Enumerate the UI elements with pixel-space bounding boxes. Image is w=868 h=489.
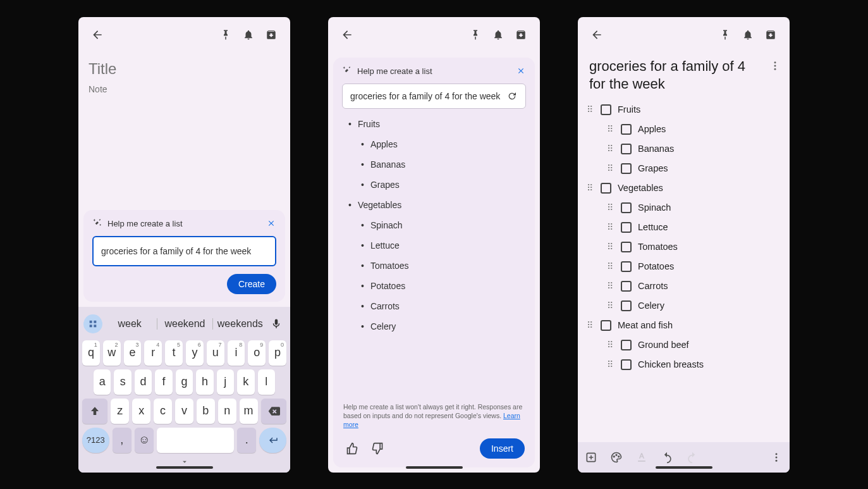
reminder-icon[interactable]: [737, 23, 759, 46]
checklist-label[interactable]: Bananas: [638, 144, 674, 154]
backspace-key[interactable]: [261, 399, 286, 424]
checklist-label[interactable]: Ground beef: [638, 340, 689, 350]
drag-handle-icon[interactable]: ⠿: [606, 359, 614, 369]
checkbox[interactable]: [601, 183, 611, 194]
key[interactable]: z: [111, 399, 129, 424]
suggestion-word[interactable]: weekends: [216, 316, 265, 332]
numbers-key[interactable]: ?123: [82, 428, 109, 453]
undo-icon[interactable]: [660, 450, 674, 464]
key[interactable]: k: [237, 369, 254, 395]
regenerate-icon[interactable]: [506, 90, 518, 102]
key[interactable]: d: [135, 369, 152, 395]
checkbox[interactable]: [621, 300, 632, 311]
shift-key[interactable]: [82, 399, 107, 424]
key[interactable]: s: [114, 369, 131, 395]
drag-handle-icon[interactable]: ⠿: [606, 163, 614, 173]
key[interactable]: t5: [165, 340, 183, 366]
thumbs-up-icon[interactable]: [343, 440, 361, 457]
drag-handle-icon[interactable]: ⠿: [585, 104, 594, 115]
reminder-icon[interactable]: [237, 23, 260, 46]
more-options-icon[interactable]: [769, 53, 790, 74]
drag-handle-icon[interactable]: ⠿: [606, 300, 614, 311]
drag-handle-icon[interactable]: ⠿: [606, 340, 614, 350]
note-title[interactable]: groceries for a family of 4 for the week: [578, 53, 769, 96]
checkbox[interactable]: [621, 359, 632, 370]
checkbox[interactable]: [601, 104, 611, 115]
checkbox[interactable]: [621, 340, 632, 350]
checklist-label[interactable]: Tomatoes: [638, 242, 678, 252]
key[interactable]: m: [240, 399, 258, 424]
close-icon[interactable]: [516, 66, 526, 76]
more-icon[interactable]: [769, 450, 783, 464]
checkbox[interactable]: [621, 242, 632, 252]
key[interactable]: l: [258, 369, 275, 395]
pin-icon[interactable]: [214, 23, 237, 46]
drag-handle-icon[interactable]: ⠿: [606, 124, 614, 134]
close-icon[interactable]: [266, 218, 276, 228]
checklist-label[interactable]: Chicken breasts: [638, 359, 704, 369]
reminder-icon[interactable]: [487, 23, 510, 46]
checklist-label[interactable]: Potatoes: [638, 261, 674, 271]
checkbox[interactable]: [621, 281, 632, 292]
key[interactable]: a: [94, 369, 111, 395]
checklist-label[interactable]: Celery: [638, 300, 664, 311]
checkbox[interactable]: [621, 222, 632, 233]
checkbox[interactable]: [621, 144, 632, 154]
space-key[interactable]: [157, 428, 234, 453]
back-icon[interactable]: [336, 23, 358, 46]
mic-icon[interactable]: [267, 315, 285, 333]
create-button[interactable]: Create: [227, 274, 276, 294]
drag-handle-icon[interactable]: ⠿: [606, 222, 614, 232]
checklist-label[interactable]: Lettuce: [638, 222, 668, 232]
key[interactable]: v: [175, 399, 193, 424]
pin-icon[interactable]: [714, 23, 737, 46]
add-box-icon[interactable]: [584, 450, 598, 464]
drag-handle-icon[interactable]: ⠿: [606, 281, 614, 291]
key[interactable]: p0: [269, 340, 286, 366]
drag-handle-icon[interactable]: ⠿: [606, 202, 614, 213]
checkbox[interactable]: [621, 261, 632, 272]
key[interactable]: e3: [124, 340, 142, 366]
title-input[interactable]: [89, 58, 280, 80]
key[interactable]: c: [154, 399, 172, 424]
back-icon[interactable]: [585, 23, 608, 46]
key[interactable]: i8: [228, 340, 245, 366]
key[interactable]: w2: [103, 340, 121, 366]
keyboard-apps-icon[interactable]: [83, 314, 102, 333]
archive-icon[interactable]: [510, 23, 532, 46]
keyboard-collapse-icon[interactable]: [81, 455, 288, 466]
comma-key[interactable]: ,: [113, 428, 131, 453]
drag-handle-icon[interactable]: ⠿: [606, 242, 614, 252]
key[interactable]: o9: [248, 340, 266, 366]
key[interactable]: b: [197, 399, 215, 424]
ai-prompt-display[interactable]: groceries for a family of 4 for the week: [342, 84, 526, 109]
palette-icon[interactable]: [609, 450, 623, 464]
drag-handle-icon[interactable]: ⠿: [606, 144, 614, 154]
key[interactable]: x: [132, 399, 150, 424]
checklist-label[interactable]: Spinach: [638, 202, 671, 213]
drag-handle-icon[interactable]: ⠿: [585, 320, 594, 330]
checklist-label[interactable]: Vegetables: [618, 183, 663, 193]
period-key[interactable]: .: [237, 428, 256, 453]
checklist-label[interactable]: Meat and fish: [618, 320, 673, 330]
drag-handle-icon[interactable]: ⠿: [585, 183, 594, 193]
suggestion-word[interactable]: week: [105, 316, 154, 332]
pin-icon[interactable]: [464, 23, 487, 46]
key[interactable]: r4: [144, 340, 162, 366]
emoji-key[interactable]: ☺: [135, 428, 154, 453]
insert-button[interactable]: Insert: [480, 438, 525, 459]
key[interactable]: j: [217, 369, 234, 395]
checklist-label[interactable]: Carrots: [638, 281, 668, 291]
key[interactable]: h: [196, 369, 213, 395]
archive-icon[interactable]: [260, 23, 283, 46]
archive-icon[interactable]: [759, 23, 782, 46]
drag-handle-icon[interactable]: ⠿: [606, 261, 614, 271]
checklist-label[interactable]: Grapes: [638, 163, 668, 173]
checkbox[interactable]: [601, 320, 611, 331]
note-body-input[interactable]: [89, 80, 280, 98]
checklist-label[interactable]: Fruits: [618, 104, 640, 115]
ai-prompt-input[interactable]: groceries for a family of 4 for the week: [92, 236, 276, 266]
enter-key[interactable]: [259, 428, 286, 453]
checkbox[interactable]: [621, 202, 632, 213]
key[interactable]: y6: [186, 340, 204, 366]
